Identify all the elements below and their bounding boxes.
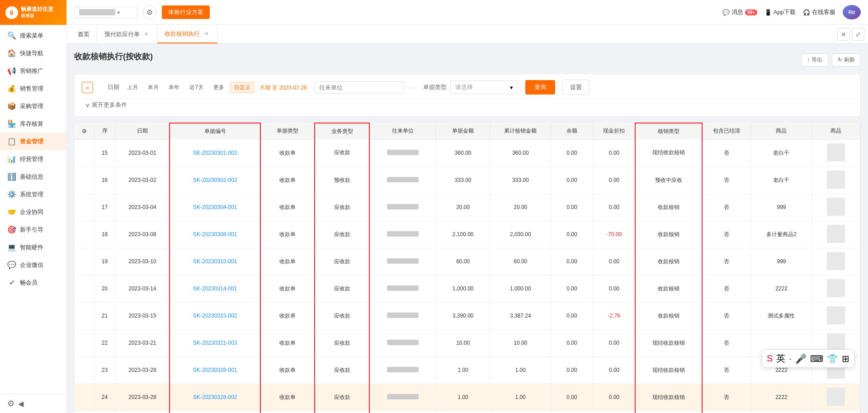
sogou-keyboard-icon[interactable]: ⌨ [810, 353, 823, 364]
online-service-btn[interactable]: 🎧 在线客服 [803, 8, 835, 16]
row-gear [75, 166, 94, 194]
doc-no-link[interactable]: SK-20230310-001 [193, 258, 237, 265]
sogou-brand-icon: S [767, 353, 773, 364]
sidebar-item-search[interactable]: 🔍搜索菜单 [0, 27, 66, 44]
doc-no-link[interactable]: SK-20230328-001 [193, 367, 237, 373]
tab-collection-exec[interactable]: 收款核销执行 ✕ [157, 25, 217, 43]
date-btn-custom[interactable]: 自定义 [230, 82, 255, 93]
doc-no-link[interactable]: SK-20230304-001 [193, 204, 237, 210]
tab-expand-btn[interactable]: ⤢ [852, 28, 864, 41]
row-doc-amount: 60.00 [436, 248, 490, 275]
sidebar-item-quick-nav[interactable]: 🏠快捷导航 [0, 44, 66, 62]
partner-dots[interactable]: ··· [408, 84, 416, 91]
settings-gear-btn[interactable]: ⚙ [143, 5, 156, 19]
tab-home[interactable]: 首页 [71, 25, 97, 43]
sidebar-item-basic-info[interactable]: ℹ️基础信息 [0, 168, 66, 185]
row-gear [75, 356, 94, 384]
row-gear [75, 248, 94, 275]
date-btn-this-year[interactable]: 本年 [165, 82, 184, 93]
row-cum-cancel: 1.00 [490, 356, 551, 384]
row-balance: 0.00 [551, 139, 593, 166]
row-product: 测试多属性 [751, 302, 812, 329]
doc-no-link[interactable]: SK-20230314-001 [193, 285, 237, 292]
row-doc-no: SK-20230304-001 [170, 194, 260, 221]
sidebar-item-finance[interactable]: 📋资金管理 [0, 133, 66, 150]
user-avatar[interactable]: Rit [843, 5, 861, 19]
row-include-settled: 否 [702, 166, 751, 194]
doc-no-link[interactable]: SK-20230315-002 [193, 313, 237, 319]
filter-settings-btn[interactable]: 设置 [562, 80, 590, 95]
search-icon: 🔍 [7, 31, 16, 40]
doc-no-link[interactable]: SK-20230308-001 [193, 231, 237, 237]
member-icon: ✓ [7, 278, 16, 287]
sidebar-item-purchase[interactable]: 📦采购管理 [0, 97, 66, 115]
row-gear [75, 329, 94, 356]
sidebar-item-guide[interactable]: 🎯新手引导 [0, 221, 66, 238]
row-partner [369, 221, 436, 248]
row-cum-cancel: 10.00 [490, 329, 551, 356]
collapse-icon[interactable]: ◀ [18, 399, 24, 408]
sidebar-item-inventory[interactable]: 🏪库存核算 [0, 115, 66, 133]
sidebar: 6 畅康道好生意 标推版 🔍搜索菜单🏠快捷导航📢营销推广💰销售管理📦采购管理🏪库… [0, 0, 67, 413]
company-selector[interactable]: ▾ [74, 7, 137, 18]
tab-close-all-btn[interactable]: ✕ [837, 28, 850, 41]
page-actions: ↑ 导出 ↻ 刷新 [801, 53, 861, 66]
sidebar-item-operations[interactable]: 📊经营管理 [0, 150, 66, 168]
sidebar-item-corp[interactable]: 🤝企业协同 [0, 203, 66, 221]
sogou-grid-icon[interactable]: ⊞ [842, 353, 849, 364]
filter-toggle-btn[interactable]: » [82, 82, 93, 93]
row-biz-type: 应收款 [315, 329, 369, 356]
date-btn-this-month[interactable]: 本月 [144, 82, 163, 93]
expand-more-btn[interactable]: ∨ 展开更多条件 [82, 99, 853, 111]
row-doc-type: 收款单 [260, 275, 315, 302]
sidebar-item-sales[interactable]: 💰销售管理 [0, 80, 66, 97]
message-btn[interactable]: 💬 消息 99+ [722, 8, 757, 16]
refresh-btn[interactable]: ↻ 刷新 [832, 53, 861, 66]
doc-no-link[interactable]: SK-20230321-003 [193, 340, 237, 346]
row-cum-cancel: 2,030.00 [490, 221, 551, 248]
partner-input[interactable] [314, 81, 405, 94]
table-body: 15 2023-03-01 SK-20230301-002 收款单 应收款 36… [75, 139, 860, 413]
collection-exec-tab-close[interactable]: ✕ [203, 30, 210, 38]
col-gear[interactable]: ⚙ [75, 123, 94, 139]
row-doc-amount: 1.00 [436, 356, 490, 384]
date-btn-more[interactable]: 更多 [209, 82, 228, 93]
sidebar-label-marketing: 营销推广 [20, 67, 43, 75]
doc-no-link[interactable]: SK-20230301-002 [193, 150, 237, 156]
app-download-btn[interactable]: 📱 App下载 [764, 8, 796, 16]
row-partner [369, 384, 436, 411]
settings-icon[interactable]: ⚙ [7, 399, 14, 408]
row-biz-type: 应收款 [315, 275, 369, 302]
quick-nav-icon: 🏠 [7, 49, 16, 57]
date-btn-7days[interactable]: 近7天 [185, 82, 208, 93]
row-product2 [811, 194, 860, 221]
doc-no-link[interactable]: SK-20230302-002 [193, 177, 237, 183]
row-include-settled: 否 [702, 139, 751, 166]
row-balance: 0.00 [551, 221, 593, 248]
doc-no-link[interactable]: SK-20230328-002 [193, 394, 237, 400]
row-cash-discount: 0.00 [593, 275, 636, 302]
sidebar-item-member[interactable]: ✓畅会员 [0, 274, 66, 291]
row-cancel-type: 预收中应收 [635, 166, 702, 194]
row-include-settled: 否 [702, 302, 751, 329]
sidebar-item-marketing[interactable]: 📢营销推广 [0, 62, 66, 80]
query-btn[interactable]: 查询 [525, 80, 555, 95]
industry-btn[interactable]: 体验行业方案 [162, 5, 210, 19]
sogou-mic-icon[interactable]: 🎤 [795, 353, 807, 364]
date-btn-last-month[interactable]: 上月 [123, 82, 142, 93]
receipt-type-select[interactable]: 请选择 ▾ [450, 81, 518, 94]
col-date: 日期 [115, 123, 170, 139]
home-tab-label: 首页 [78, 30, 90, 38]
row-partner [369, 275, 436, 302]
row-cum-cancel: 1,000.00 [490, 275, 551, 302]
sogou-item-1[interactable]: 英 [776, 352, 785, 365]
tab-pre-sales[interactable]: 预付款应付单 ✕ [97, 25, 157, 43]
guide-icon: 🎯 [7, 225, 16, 234]
sidebar-item-wechat[interactable]: 💬企业微信 [0, 256, 66, 274]
pre-sales-tab-close[interactable]: ✕ [142, 31, 150, 38]
row-cash-discount: 0.00 [593, 194, 636, 221]
export-btn[interactable]: ↑ 导出 [801, 53, 828, 66]
sogou-shirt-icon[interactable]: 👕 [827, 353, 838, 364]
sidebar-item-hardware[interactable]: 💻智能硬件 [0, 238, 66, 256]
sidebar-item-system[interactable]: ⚙️系统管理 [0, 185, 66, 203]
